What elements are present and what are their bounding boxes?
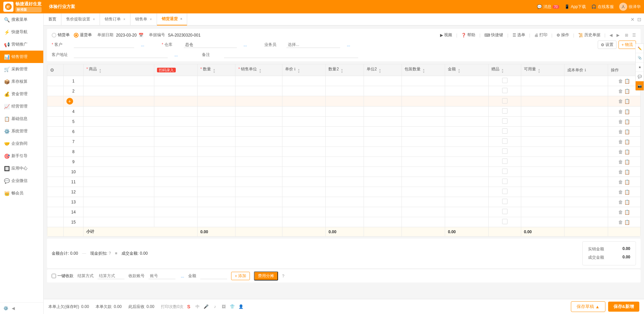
cell-amount-12[interactable] <box>445 187 488 197</box>
help-icon-payment[interactable]: ? <box>282 274 284 278</box>
cell-product-13[interactable] <box>84 197 154 207</box>
radio-return[interactable]: 退货单 <box>74 32 92 38</box>
address-dots[interactable]: ... <box>174 53 178 57</box>
cell-pkg-15[interactable] <box>401 217 445 227</box>
cell-price-4[interactable] <box>282 107 326 117</box>
copy-row-13[interactable]: 📋 <box>624 199 630 205</box>
cell-qty-14[interactable] <box>198 207 235 217</box>
delete-row-12[interactable]: 🗑 <box>618 189 623 195</box>
cell-unit-2[interactable] <box>235 86 282 96</box>
th-avail[interactable]: 可用量 ▲▼ <box>521 64 564 76</box>
user-area[interactable]: 人 徐泽华 <box>619 3 641 11</box>
cell-amount-9[interactable] <box>445 157 488 167</box>
copy-row-2[interactable]: 📋 <box>624 88 630 94</box>
cell-qty2-14[interactable] <box>326 207 364 217</box>
delete-row-4[interactable]: 🗑 <box>618 109 623 114</box>
cell-cost-1[interactable] <box>565 76 608 86</box>
cell-price-6[interactable] <box>282 127 326 137</box>
cell-price-11[interactable] <box>282 177 326 187</box>
cell-product-8[interactable] <box>84 147 154 157</box>
cell-gift-4[interactable] <box>488 107 521 117</box>
cell-cost-8[interactable] <box>565 147 608 157</box>
save-draft-button[interactable]: 保存草稿 ▲ <box>571 301 605 312</box>
cell-amount-13[interactable] <box>445 197 488 207</box>
cell-avail-14[interactable] <box>521 207 564 217</box>
cell-cost-13[interactable] <box>565 197 608 207</box>
copy-row-4[interactable]: 📋 <box>624 109 630 114</box>
cell-cost-3[interactable] <box>565 96 608 107</box>
cell-avail-6[interactable] <box>521 127 564 137</box>
cell-product-7[interactable] <box>84 137 154 147</box>
icon-s[interactable]: S <box>185 303 192 310</box>
sort-unit[interactable]: ▲▼ <box>259 68 262 74</box>
cell-unit2-8[interactable] <box>364 147 401 157</box>
cell-qty2-4[interactable] <box>326 107 364 117</box>
cell-unit-6[interactable] <box>235 127 282 137</box>
cell-qty-15[interactable] <box>198 217 235 227</box>
setting-button[interactable]: ⚙ 设置 <box>598 41 616 49</box>
logistics-button[interactable]: + 物流 <box>619 41 636 49</box>
cell-avail-11[interactable] <box>521 177 564 187</box>
gift-checkbox-2[interactable] <box>502 88 507 93</box>
toolbar-history[interactable]: 📜 历史单据 <box>578 32 600 38</box>
cell-pkg-4[interactable] <box>401 107 445 117</box>
float-screen[interactable]: 📷 <box>636 81 644 90</box>
gift-checkbox-8[interactable] <box>502 148 507 154</box>
cell-price-10[interactable] <box>282 167 326 177</box>
cell-unit-7[interactable] <box>235 137 282 147</box>
cell-unit2-2[interactable] <box>364 86 401 96</box>
gift-checkbox-7[interactable] <box>502 138 507 144</box>
cell-qty2-2[interactable] <box>326 86 364 96</box>
cell-pkg-12[interactable] <box>401 187 445 197</box>
delete-row-8[interactable]: 🗑 <box>618 149 623 154</box>
cell-pkg-6[interactable] <box>401 127 445 137</box>
cell-unit-1[interactable] <box>235 76 282 86</box>
cell-qty-7[interactable] <box>198 137 235 147</box>
cell-pkg-11[interactable] <box>401 177 445 187</box>
gift-checkbox-3[interactable] <box>502 98 507 104</box>
help-icon-summary[interactable]: ? <box>109 251 111 256</box>
sidebar-item-operation[interactable]: 📈 经营管理 <box>0 100 43 113</box>
copy-row-3[interactable]: 📋 <box>624 99 630 104</box>
float-chat[interactable]: 💬 <box>636 72 644 81</box>
th-unit2[interactable]: 单位2 ▲▼ <box>364 64 401 76</box>
customer-dots[interactable]: ... <box>141 43 144 47</box>
icon-person[interactable]: 👤 <box>238 303 245 310</box>
th-amount[interactable]: 金额 ▲▼ <box>445 64 488 76</box>
account-input[interactable] <box>149 273 175 279</box>
cell-unit-11[interactable] <box>235 177 282 187</box>
cell-amount-1[interactable] <box>445 76 488 86</box>
cell-avail-5[interactable] <box>521 117 564 127</box>
toolbar-print[interactable]: 🖨 打印 <box>534 32 547 38</box>
cell-unit2-9[interactable] <box>364 157 401 167</box>
toolbar-operate[interactable]: ⚙ 操作 <box>556 32 569 38</box>
cell-qty2-12[interactable] <box>326 187 364 197</box>
delete-row-13[interactable]: 🗑 <box>618 199 623 205</box>
gift-checkbox-11[interactable] <box>502 179 507 184</box>
cell-gift-3[interactable] <box>488 96 521 107</box>
th-unit[interactable]: * 销售单位 ▲▼ <box>235 64 282 76</box>
cell-cost-14[interactable] <box>565 207 608 217</box>
delete-row-6[interactable]: 🗑 <box>618 129 623 134</box>
cell-product-11[interactable] <box>84 177 154 187</box>
cell-avail-8[interactable] <box>521 147 564 157</box>
cell-price-1[interactable] <box>282 76 326 86</box>
cell-gift-13[interactable] <box>488 197 521 207</box>
sidebar-item-member[interactable]: 👑 畅会员 <box>0 187 43 199</box>
cell-avail-9[interactable] <box>521 157 564 167</box>
copy-row-8[interactable]: 📋 <box>624 149 630 154</box>
cell-price-9[interactable] <box>282 157 326 167</box>
tab-sales-return[interactable]: 销货退货 × <box>157 13 187 25</box>
copy-row-5[interactable]: 📋 <box>624 119 630 124</box>
settings-bottom-icon[interactable]: ⚙️ <box>3 306 8 311</box>
cell-avail-1[interactable] <box>521 76 564 86</box>
copy-row-11[interactable]: 📋 <box>624 179 630 185</box>
sidebar-item-basic[interactable]: 📋 基础信息 <box>0 113 43 125</box>
tab-price-setting[interactable]: 售价提取设置 × <box>61 13 100 25</box>
gift-checkbox-9[interactable] <box>502 159 507 164</box>
cell-gift-10[interactable] <box>488 167 521 177</box>
gift-checkbox-14[interactable] <box>502 209 507 214</box>
cell-avail-2[interactable] <box>521 86 564 96</box>
cell-cost-4[interactable] <box>565 107 608 117</box>
product-input-3[interactable] <box>86 99 151 104</box>
